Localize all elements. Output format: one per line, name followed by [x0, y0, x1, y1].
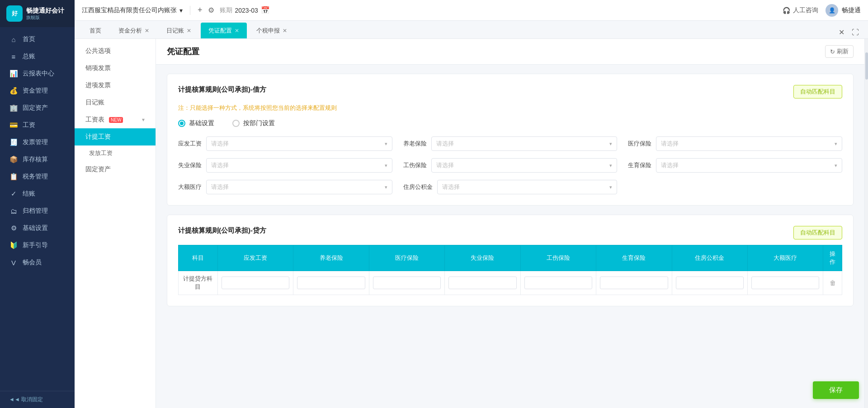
- sidebar-item-archive[interactable]: 🗂 归档管理: [0, 202, 75, 220]
- sidebar-item-vip[interactable]: V 畅会员: [0, 254, 75, 271]
- sidebar-item-guide[interactable]: 🔰 新手引导: [0, 237, 75, 254]
- col-housing: 住房公积金: [672, 245, 747, 271]
- salary-select[interactable]: 请选择 ▾: [206, 136, 392, 151]
- user-profile[interactable]: 👤 畅捷通: [826, 4, 861, 17]
- sidebar-item-tax[interactable]: 📋 税务管理: [0, 168, 75, 185]
- tab-journal-label: 日记账: [166, 27, 184, 35]
- row-unemployment-input-cell: [445, 271, 520, 295]
- pension-select[interactable]: 请选择 ▾: [431, 136, 618, 151]
- row-medical-input[interactable]: [373, 277, 441, 289]
- row-injury-input[interactable]: [524, 277, 592, 289]
- row-pension-input[interactable]: [297, 277, 365, 289]
- unemployment-select[interactable]: 请选择 ▾: [206, 158, 392, 173]
- service-button[interactable]: 🎧 人工咨询: [783, 6, 818, 14]
- menu-sub-pay-wages[interactable]: 发放工资: [75, 145, 156, 161]
- row-salary-input[interactable]: [222, 277, 289, 289]
- reports-icon: 📊: [9, 70, 18, 78]
- menu-item-sales[interactable]: 销项发票: [75, 60, 156, 77]
- sidebar-item-invoice[interactable]: 🧾 发票管理: [0, 134, 75, 151]
- app-logo: 好 畅捷通好会计 旗舰版: [0, 0, 75, 27]
- row-maternity-input[interactable]: [600, 277, 668, 289]
- period-selector: 账期 2023-03 📅: [220, 6, 270, 14]
- row-pension-input-cell: [293, 271, 369, 295]
- credit-auto-match-button[interactable]: 自动匹配科目: [793, 226, 842, 239]
- sidebar-item-home[interactable]: ⌂ 首页: [0, 31, 75, 48]
- row-action-cell: 🗑: [823, 271, 842, 295]
- delete-row-button[interactable]: 🗑: [830, 279, 836, 286]
- main-area: 江西服宝精品有限责任公司内账张 ▾ + ⚙ 账期 2023-03 📅 🎧 人工咨…: [75, 0, 868, 408]
- close-all-tabs-button[interactable]: ✕: [837, 26, 846, 38]
- logo-icon: 好: [6, 5, 23, 22]
- checkout-icon: ✓: [9, 190, 18, 198]
- col-medical: 医疗保险: [369, 245, 444, 271]
- calendar-icon[interactable]: 📅: [261, 6, 270, 14]
- maternity-select[interactable]: 请选择 ▾: [656, 158, 842, 173]
- row-unemployment-input[interactable]: [448, 277, 516, 289]
- pension-select-arrow: ▾: [609, 141, 612, 147]
- company-selector[interactable]: 江西服宝精品有限责任公司内账张 ▾: [82, 6, 183, 14]
- menu-item-journal[interactable]: 日记账: [75, 94, 156, 111]
- col-large-medical: 大额医疗: [747, 245, 823, 271]
- save-button[interactable]: 保存: [813, 381, 859, 399]
- expand-button[interactable]: ⛶: [850, 27, 861, 38]
- tab-voucher-close[interactable]: ✕: [235, 28, 239, 34]
- refresh-button[interactable]: ↻ 刷新: [825, 45, 854, 58]
- injury-select[interactable]: 请选择 ▾: [431, 158, 618, 173]
- pension-label: 养老保险: [403, 140, 427, 148]
- guide-icon: 🔰: [9, 241, 18, 249]
- form-item-unemployment: 失业保险 请选择 ▾: [178, 158, 392, 173]
- debit-auto-match-button[interactable]: 自动匹配科目: [793, 85, 842, 98]
- credit-section: 计提核算规则(公司承担)-贷方 自动匹配科目 科目 应发工资 养老保险 医疗保险…: [167, 215, 854, 306]
- row-large-medical-input[interactable]: [751, 277, 819, 289]
- sidebar-item-checkout[interactable]: ✓ 结账: [0, 185, 75, 202]
- wages-expand-icon: ▾: [142, 117, 145, 123]
- sidebar-item-inventory[interactable]: 📦 库存核算: [0, 151, 75, 168]
- sidebar-item-assets[interactable]: 🏢 固定资产: [0, 99, 75, 117]
- company-name: 江西服宝精品有限责任公司内账张: [82, 6, 177, 14]
- right-scrollbar[interactable]: [864, 39, 868, 408]
- tab-tax[interactable]: 个税申报 ✕: [249, 23, 295, 38]
- sidebar-item-salary[interactable]: 💳 工资: [0, 117, 75, 134]
- bottom-spacer: [167, 315, 854, 342]
- housing-label: 住房公积金: [403, 183, 433, 191]
- page-title: 凭证配置: [167, 46, 199, 57]
- menu-item-fixed-assets[interactable]: 固定资产: [75, 161, 156, 178]
- maternity-label: 生育保险: [628, 161, 651, 169]
- save-area: 保存: [813, 381, 859, 399]
- debit-form-grid: 应发工资 请选择 ▾ 养老保险 请选择 ▾: [178, 136, 842, 194]
- add-tab-button[interactable]: +: [198, 5, 203, 15]
- salary-label: 应发工资: [178, 140, 202, 148]
- menu-item-wages[interactable]: 工资表 NEW ▾: [75, 111, 156, 128]
- sidebar-nav: ⌂ 首页 ≡ 总账 📊 云报表中心 💰 资金管理 🏢 固定资产 💳 工资 🧾 发…: [0, 27, 75, 391]
- sidebar-item-reports[interactable]: 📊 云报表中心: [0, 65, 75, 82]
- inventory-icon: 📦: [9, 155, 18, 164]
- medical-label: 医疗保险: [628, 140, 651, 148]
- medical-select[interactable]: 请选择 ▾: [656, 136, 842, 151]
- tab-tax-close[interactable]: ✕: [283, 28, 287, 34]
- sidebar-item-capital[interactable]: 💰 资金管理: [0, 82, 75, 99]
- col-unemployment: 失业保险: [445, 245, 520, 271]
- housing-select[interactable]: 请选择 ▾: [437, 180, 618, 194]
- panel-content: 计提核算规则(公司承担)-借方 自动匹配科目 注：只能选择一种方式，系统将按照您…: [156, 65, 864, 352]
- tab-capital[interactable]: 资金分析 ✕: [111, 23, 157, 38]
- large-medical-select[interactable]: 请选择 ▾: [206, 180, 392, 194]
- settings-gear-icon[interactable]: ⚙: [208, 6, 214, 14]
- radio-basic-setting[interactable]: 基础设置: [178, 119, 214, 127]
- radio-dept-setting[interactable]: 按部门设置: [232, 119, 275, 127]
- form-item-maternity: 生育保险 请选择 ▾: [628, 158, 842, 173]
- row-housing-input[interactable]: [676, 277, 744, 289]
- tab-journal-close[interactable]: ✕: [187, 28, 191, 34]
- menu-item-calc-wages-active[interactable]: 计提工资: [75, 128, 156, 145]
- tab-voucher[interactable]: 凭证配置 ✕: [201, 23, 247, 38]
- menu-item-purchase[interactable]: 进项发票: [75, 77, 156, 94]
- tab-journal[interactable]: 日记账 ✕: [159, 23, 199, 38]
- tab-capital-close[interactable]: ✕: [145, 28, 149, 34]
- unfix-sidebar-button[interactable]: ◄◄ 取消固定: [0, 391, 75, 408]
- setting-mode-radio-group: 基础设置 按部门设置: [178, 119, 842, 127]
- col-pension: 养老保险: [293, 245, 369, 271]
- menu-item-public[interactable]: 公共选项: [75, 42, 156, 60]
- credit-section-title: 计提核算规则(公司承担)-贷方: [178, 226, 266, 235]
- tab-home[interactable]: 首页: [82, 23, 109, 38]
- sidebar-item-basic[interactable]: ⚙ 基础设置: [0, 220, 75, 237]
- sidebar-item-ledger[interactable]: ≡ 总账: [0, 48, 75, 65]
